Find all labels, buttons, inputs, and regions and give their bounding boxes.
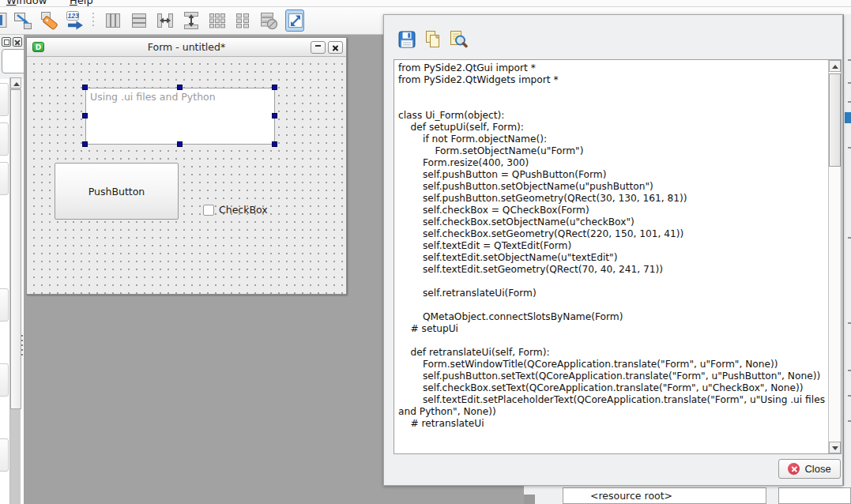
widget-box-row[interactable] [0, 438, 9, 472]
save-icon[interactable] [397, 29, 417, 50]
tree-branch-dash [848, 420, 851, 422]
layout-vertically-in-splitter-icon[interactable] [182, 9, 201, 32]
widget-box-row[interactable] [0, 288, 9, 322]
code-line: def setupUi(self, Form): [398, 122, 828, 134]
find-icon[interactable] [448, 29, 469, 50]
form-window-title: Form - untitled* [27, 41, 346, 53]
resource-list[interactable] [778, 487, 851, 504]
widget-box-row[interactable] [0, 363, 9, 397]
checkbox-indicator[interactable] [203, 205, 214, 216]
edit-tab-order-icon[interactable]: 123 [66, 9, 85, 32]
code-line: class Ui_Form(object): [398, 110, 828, 122]
resource-root-item[interactable]: <resource root> [590, 490, 672, 502]
form-canvas[interactable]: Using .ui files and Python PushButton Ch… [27, 57, 346, 294]
code-line: self.checkBox.setText(QCoreApplication.t… [398, 382, 828, 394]
code-line: and Python", None)) [398, 406, 828, 418]
selection-handle[interactable] [177, 141, 183, 147]
code-scrollbar[interactable] [828, 60, 841, 453]
pushbutton-widget[interactable]: PushButton [55, 163, 179, 220]
toolbar-separator [92, 13, 94, 28]
widget-box-row[interactable] [0, 83, 9, 116]
code-line [398, 98, 828, 110]
selection-handle[interactable] [82, 113, 88, 118]
selection-handle[interactable] [272, 85, 277, 90]
code-line: self.pushButton = QPushButton(Form) [398, 169, 828, 181]
edit-buddies-icon[interactable] [40, 9, 59, 32]
copy-icon[interactable] [423, 29, 443, 50]
checkbox-widget[interactable]: CheckBox [203, 204, 268, 216]
dock-close-icon[interactable] [13, 37, 22, 47]
layout-horizontally-icon[interactable] [104, 9, 122, 32]
code-line: from PySide2.QtGui import * [398, 62, 828, 74]
code-line: if not Form.objectName(): [398, 134, 828, 145]
menu-window[interactable]: Window [6, 0, 47, 6]
code-lines: from PySide2.QtGui import *from PySide2.… [394, 60, 828, 430]
tree-branch-dash [848, 147, 851, 149]
code-line [398, 276, 828, 288]
layout-vertically-icon[interactable] [130, 9, 149, 32]
layout-horizontally-in-splitter-icon[interactable] [156, 9, 175, 32]
scroll-up-icon[interactable] [10, 77, 21, 88]
qt-designer-window: Window Help 123 [0, 0, 851, 504]
dock-float-icon[interactable] [2, 37, 11, 47]
adjust-size-icon[interactable] [285, 9, 304, 32]
selected-row-edge[interactable] [845, 112, 851, 123]
layout-in-form-icon[interactable] [234, 9, 253, 32]
view-python-code-dialog: from PySide2.QtGui import *from PySide2.… [383, 14, 843, 486]
close-button[interactable]: Close [778, 459, 841, 479]
selection-handle[interactable] [82, 141, 88, 147]
selection-handle[interactable] [272, 113, 277, 118]
code-line: # setupUi [398, 323, 828, 335]
minimize-icon[interactable] [311, 41, 326, 54]
dock-splitter-handle[interactable] [21, 335, 23, 355]
code-line: self.retranslateUi(Form) [398, 288, 828, 299]
form-window-titlebar[interactable]: D Form - untitled* [27, 38, 346, 57]
svg-text:123: 123 [68, 12, 79, 20]
code-line: self.checkBox.setGeometry(QRect(220, 150… [398, 228, 828, 240]
right-dock-sliver [843, 14, 851, 504]
code-view[interactable]: from PySide2.QtGui import *from PySide2.… [393, 59, 842, 454]
widget-box-scrollbar[interactable] [9, 77, 21, 504]
code-line: self.checkBox = QCheckBox(Form) [398, 205, 828, 216]
tree-branch-dash [848, 82, 851, 84]
selection-handle[interactable] [272, 141, 277, 147]
scroll-up-icon[interactable] [829, 60, 841, 72]
menu-bar: Window Help [0, 0, 851, 7]
edit-signals-slots-icon[interactable] [13, 9, 32, 32]
selection-handle[interactable] [177, 85, 183, 90]
dock-grip[interactable] [524, 495, 535, 504]
code-line: self.textEdit.setGeometry(QRect(70, 40, … [398, 264, 828, 276]
code-line: # retranslateUi [398, 418, 828, 430]
scrollbar-thumb[interactable] [829, 73, 841, 167]
checkbox-label: CheckBox [219, 204, 268, 216]
break-layout-icon[interactable] [259, 9, 278, 32]
resource-tree[interactable]: <resource root> [563, 487, 766, 504]
code-line: self.textEdit.setObjectName(u"textEdit") [398, 252, 828, 264]
edit-widgets-icon[interactable] [0, 9, 9, 32]
code-line: self.checkBox.setObjectName(u"checkBox") [398, 216, 828, 228]
menu-help[interactable]: Help [70, 0, 93, 6]
widget-box-row[interactable] [0, 122, 9, 156]
code-line: self.textEdit = QTextEdit(Form) [398, 240, 828, 252]
code-line [398, 299, 828, 311]
resource-browser-panel: <resource root> [524, 486, 851, 504]
layout-in-grid-icon[interactable] [208, 9, 227, 32]
code-line: self.pushButton.setGeometry(QRect(30, 13… [398, 193, 828, 205]
scroll-down-icon[interactable] [829, 442, 841, 453]
scrollbar-thumb[interactable] [10, 89, 21, 409]
tree-branch-dash [848, 322, 851, 324]
tree-branch-dash [848, 395, 851, 397]
code-line: self.textEdit.setPlaceholderText(QCoreAp… [398, 394, 828, 406]
textedit-widget[interactable]: Using .ui files and Python [85, 88, 275, 145]
widget-filter-input[interactable] [2, 49, 24, 73]
code-line: QMetaObject.connectSlotsByName(Form) [398, 311, 828, 323]
code-line: Form.resize(400, 300) [398, 157, 828, 169]
code-line [398, 335, 828, 347]
code-line: Form.setWindowTitle(QCoreApplication.tra… [398, 359, 828, 370]
close-red-icon [788, 463, 800, 475]
widget-box-row[interactable] [0, 162, 9, 195]
code-line [398, 86, 828, 98]
selection-handle[interactable] [82, 85, 88, 90]
code-line: Form.setObjectName(u"Form") [398, 145, 828, 157]
close-icon[interactable] [328, 41, 343, 54]
